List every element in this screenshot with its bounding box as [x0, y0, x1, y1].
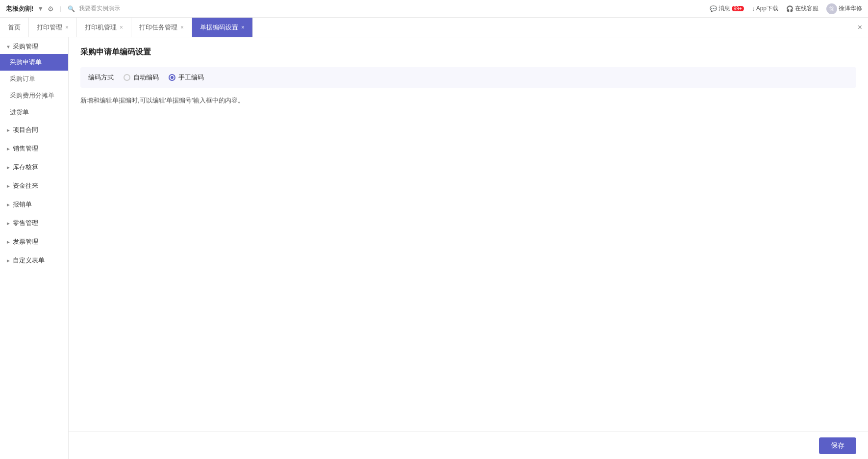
sidebar-group-project-contract[interactable]: ► 项目合同	[0, 121, 68, 139]
content-inner: 采购申请单编码设置 编码方式 自动编码 手工编码	[69, 37, 868, 432]
sidebar-item-purchase-request[interactable]: 采购申请单	[0, 54, 68, 71]
project-contract-arrow-icon: ►	[6, 128, 11, 133]
sidebar-group-invoice[interactable]: ► 发票管理	[0, 232, 68, 251]
sidebar-group-return-label: 报销单	[13, 200, 32, 209]
capital-arrow-icon: ►	[6, 183, 11, 189]
page-title: 采购申请单编码设置	[80, 47, 856, 57]
sidebar-group-sales[interactable]: ► 销售管理	[0, 139, 68, 158]
info-text: 新增和编辑单据编时,可以编辑'单据编号'输入框中的内容。	[80, 96, 856, 106]
close-all-tabs[interactable]: ×	[852, 23, 868, 32]
service-icon: 🎧	[786, 5, 794, 12]
top-bar: 老板勿割! ▼ ⚙ | 🔍 我要看实例演示 💬 消息 99+ ↓ App下载 🎧…	[0, 0, 868, 18]
save-button[interactable]: 保存	[819, 437, 856, 454]
top-bar-right: 💬 消息 99+ ↓ App下载 🎧 在线客服 徐 徐泽华修	[710, 3, 862, 14]
tab-bar: 首页 打印管理 × 打印机管理 × 打印任务管理 × 单据编码设置 × ×	[0, 18, 868, 37]
tab-print-task[interactable]: 打印任务管理 ×	[131, 18, 192, 37]
top-bar-left: 老板勿割! ▼ ⚙ | 🔍 我要看实例演示	[6, 4, 120, 13]
tab-printer-manage-label: 打印机管理	[85, 23, 117, 32]
message-button[interactable]: 💬 消息 99+	[710, 4, 744, 13]
retail-arrow-icon: ►	[6, 221, 11, 226]
user-name: 徐泽华修	[839, 4, 862, 13]
sidebar-item-purchase-order-label: 采购订单	[10, 75, 35, 82]
tab-printer-manage-close[interactable]: ×	[120, 24, 123, 31]
sidebar-group-retail-label: 零售管理	[13, 219, 38, 228]
sidebar-item-purchase-expense-label: 采购费用分摊单	[10, 92, 54, 99]
coding-method-label: 编码方式	[88, 73, 114, 82]
manual-code-label: 手工编码	[178, 73, 204, 82]
dropdown-icon[interactable]: ▼	[37, 5, 44, 12]
logo: 老板勿割!	[6, 4, 33, 13]
message-icon: 💬	[710, 5, 717, 12]
content-area: 采购申请单编码设置 编码方式 自动编码 手工编码	[69, 37, 868, 459]
sidebar-group-purchase[interactable]: ▼ 采购管理	[0, 37, 68, 54]
tab-barcode-setting[interactable]: 单据编码设置 ×	[192, 18, 253, 37]
sidebar-item-stock-in-label: 进货单	[10, 108, 29, 116]
auto-code-label: 自动编码	[133, 73, 159, 82]
coding-radio-group: 自动编码 手工编码	[124, 73, 204, 82]
app-download-label: App下载	[756, 4, 778, 13]
search-text[interactable]: 我要看实例演示	[79, 4, 120, 13]
custom-form-arrow-icon: ►	[6, 258, 11, 263]
bottom-bar: 保存	[69, 432, 868, 459]
online-service-button[interactable]: 🎧 在线客服	[786, 4, 818, 13]
auto-code-radio-circle	[124, 74, 130, 81]
return-arrow-icon: ►	[6, 202, 11, 207]
avatar: 徐	[826, 3, 837, 14]
sidebar-group-sales-label: 销售管理	[13, 144, 38, 153]
tab-print-manage-close[interactable]: ×	[65, 24, 69, 31]
tab-home-label: 首页	[8, 23, 21, 32]
sidebar-item-purchase-order[interactable]: 采购订单	[0, 71, 68, 87]
invoice-arrow-icon: ►	[6, 239, 11, 245]
sidebar-group-retail[interactable]: ► 零售管理	[0, 214, 68, 232]
sidebar-item-purchase-request-label: 采购申请单	[10, 58, 42, 66]
app-download-button[interactable]: ↓ App下载	[752, 4, 778, 13]
user-profile[interactable]: 徐 徐泽华修	[826, 3, 862, 14]
tab-print-task-label: 打印任务管理	[139, 23, 177, 32]
tab-barcode-setting-close[interactable]: ×	[241, 24, 245, 31]
tab-barcode-setting-label: 单据编码设置	[200, 23, 238, 32]
tab-home[interactable]: 首页	[0, 18, 29, 37]
tab-print-manage[interactable]: 打印管理 ×	[29, 18, 77, 37]
search-icon: 🔍	[68, 5, 75, 12]
sidebar-group-project-contract-label: 项目合同	[13, 126, 38, 134]
settings-icon[interactable]: ⚙	[48, 5, 54, 13]
main-layout: ▼ 采购管理 采购申请单 采购订单 采购费用分摊单 进货单 ► 项目合同 ► 销…	[0, 37, 868, 459]
sidebar-item-stock-in[interactable]: 进货单	[0, 104, 68, 121]
sidebar-group-purchase-label: 采购管理	[13, 42, 38, 51]
sidebar: ▼ 采购管理 采购申请单 采购订单 采购费用分摊单 进货单 ► 项目合同 ► 销…	[0, 37, 69, 459]
app-download-icon: ↓	[752, 5, 755, 12]
sidebar-group-custom-form-label: 自定义表单	[13, 256, 45, 265]
sales-arrow-icon: ►	[6, 146, 11, 152]
sidebar-group-inventory[interactable]: ► 库存核算	[0, 158, 68, 177]
service-label: 在线客服	[795, 4, 818, 13]
manual-code-radio-circle	[169, 74, 175, 81]
tab-print-manage-label: 打印管理	[37, 23, 62, 32]
tab-printer-manage[interactable]: 打印机管理 ×	[77, 18, 131, 37]
sidebar-group-invoice-label: 发票管理	[13, 237, 38, 246]
message-badge: 99+	[732, 6, 744, 11]
divider: |	[60, 5, 61, 12]
sidebar-group-capital-label: 资金往来	[13, 181, 38, 190]
purchase-arrow-icon: ▼	[6, 44, 11, 50]
sidebar-group-return[interactable]: ► 报销单	[0, 195, 68, 214]
message-label: 消息	[719, 4, 730, 13]
avatar-initials: 徐	[829, 5, 834, 12]
manual-code-radio[interactable]: 手工编码	[169, 73, 204, 82]
sidebar-group-inventory-label: 库存核算	[13, 163, 38, 172]
auto-code-radio[interactable]: 自动编码	[124, 73, 159, 82]
coding-method-section: 编码方式 自动编码 手工编码	[80, 67, 856, 88]
inventory-arrow-icon: ►	[6, 165, 11, 170]
sidebar-item-purchase-expense[interactable]: 采购费用分摊单	[0, 87, 68, 104]
tab-print-task-close[interactable]: ×	[180, 24, 184, 31]
sidebar-group-custom-form[interactable]: ► 自定义表单	[0, 251, 68, 270]
sidebar-group-capital[interactable]: ► 资金往来	[0, 177, 68, 195]
